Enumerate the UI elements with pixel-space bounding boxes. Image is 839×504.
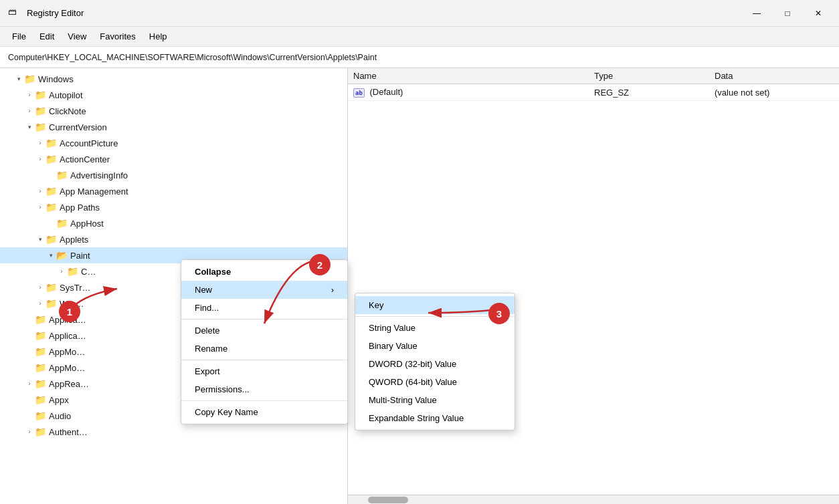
- sub-string-value[interactable]: String Value: [355, 319, 515, 337]
- close-button[interactable]: ✕: [803, 0, 834, 27]
- app-title: Registry Editor: [27, 8, 84, 18]
- window-controls: — □ ✕: [741, 0, 834, 27]
- folder-icon-applets: 📁: [45, 234, 57, 245]
- folder-icon-apprea: 📁: [35, 378, 46, 389]
- tree-item-accountpicture[interactable]: › 📁 AccountPicture: [0, 135, 347, 151]
- menu-favorites[interactable]: Favorites: [93, 29, 142, 44]
- reg-type: REG_SZ: [589, 84, 709, 101]
- folder-icon-appmanagement: 📁: [45, 186, 57, 197]
- main-content: ▾ 📁 Windows › 📁 Autopilot › 📁 ClickNote: [0, 68, 839, 504]
- label-appmanagement: App Management: [60, 186, 128, 197]
- chevron-applets: ▾: [35, 236, 45, 243]
- folder-icon-paint: 📂: [56, 250, 68, 261]
- tree-item-autopilot[interactable]: › 📁 Autopilot: [0, 87, 347, 103]
- label-advertisinginfo: AdvertisingInfo: [70, 170, 128, 180]
- ctx-delete[interactable]: Delete: [181, 322, 347, 340]
- reg-name: ab (Default): [348, 84, 589, 101]
- badge-2: 2: [309, 254, 331, 275]
- ctx-sep1: [181, 319, 347, 320]
- address-bar: Computer\HKEY_LOCAL_MACHINE\SOFTWARE\Mic…: [0, 47, 839, 68]
- col-type: Type: [589, 68, 709, 84]
- folder-icon-apppaths: 📁: [45, 202, 57, 213]
- sub-binary-value[interactable]: Binary Value: [355, 337, 515, 355]
- folder-icon-currentversion: 📁: [35, 122, 46, 132]
- chevron-c: ›: [56, 268, 67, 275]
- scrollbar-thumb[interactable]: [368, 497, 408, 503]
- chevron-wor: ›: [35, 300, 45, 307]
- chevron-apprea: ›: [24, 380, 35, 387]
- label-apppaths: App Paths: [60, 203, 100, 213]
- chevron-actioncenter: ›: [35, 156, 45, 162]
- sub-expandable-string-value[interactable]: Expandable String Value: [355, 409, 515, 427]
- folder-icon-autopilot: 📁: [35, 90, 46, 100]
- ctx-copy-key-name[interactable]: Copy Key Name: [181, 403, 347, 421]
- context-menu: Collapse New › Find... Delete Rename Exp…: [181, 259, 348, 424]
- label-autopilot: Autopilot: [49, 90, 83, 100]
- sub-qword-value[interactable]: QWORD (64-bit) Value: [355, 373, 515, 391]
- label-appmo1: AppMo…: [49, 347, 85, 357]
- chevron-accountpicture: ›: [35, 140, 45, 146]
- chevron-clicknote: ›: [24, 108, 35, 114]
- folder-icon-applica1: 📁: [35, 314, 46, 325]
- ctx-new[interactable]: New ›: [181, 281, 347, 299]
- label-actioncenter: ActionCenter: [60, 154, 110, 164]
- tree-item-actioncenter[interactable]: › 📁 ActionCenter: [0, 151, 347, 167]
- ctx-rename[interactable]: Rename: [181, 340, 347, 358]
- tree-item-clicknote[interactable]: › 📁 ClickNote: [0, 103, 347, 119]
- table-row[interactable]: ab (Default) REG_SZ (value not set): [348, 84, 839, 101]
- tree-item-authent[interactable]: › 📁 Authent…: [0, 424, 347, 440]
- folder-icon-advertisinginfo: 📁: [56, 170, 68, 180]
- horizontal-scrollbar[interactable]: [348, 495, 839, 504]
- label-apphost: AppHost: [70, 219, 104, 229]
- chevron-autopilot: ›: [24, 92, 35, 98]
- label-currentversion: CurrentVersion: [49, 122, 107, 132]
- chevron-currentversion: ▾: [24, 124, 35, 130]
- tree-item-apphost[interactable]: 📁 AppHost: [0, 215, 347, 231]
- tree-item-advertisinginfo[interactable]: 📁 AdvertisingInfo: [0, 167, 347, 183]
- chevron-paint: ▾: [45, 252, 56, 259]
- tree-item-currentversion[interactable]: ▾ 📁 CurrentVersion: [0, 119, 347, 135]
- label-windows: Windows: [38, 74, 74, 84]
- reg-type-icon: ab: [353, 88, 365, 98]
- label-clicknote: ClickNote: [49, 106, 86, 116]
- label-c: C…: [81, 267, 96, 277]
- folder-icon-c: 📁: [67, 266, 78, 277]
- ctx-permissions[interactable]: Permissions...: [181, 380, 347, 398]
- ctx-export[interactable]: Export: [181, 362, 347, 380]
- chevron-apppaths: ›: [35, 204, 45, 211]
- chevron-systr: ›: [35, 284, 45, 291]
- label-applica2: Applica…: [49, 331, 86, 341]
- folder-icon-applica2: 📁: [35, 330, 46, 341]
- label-systr: SysTr…: [60, 283, 90, 293]
- folder-icon-audio: 📁: [35, 410, 46, 421]
- menu-edit[interactable]: Edit: [33, 29, 61, 44]
- ctx-sep3: [181, 400, 347, 401]
- sub-multi-string-value[interactable]: Multi-String Value: [355, 391, 515, 409]
- menu-file[interactable]: File: [5, 29, 33, 44]
- submenu-arrow-icon: ›: [331, 285, 334, 295]
- tree-item-appmanagement[interactable]: › 📁 App Management: [0, 183, 347, 199]
- menu-help[interactable]: Help: [143, 29, 174, 44]
- menu-view[interactable]: View: [61, 29, 93, 44]
- folder-icon-authent: 📁: [35, 426, 46, 437]
- app-icon: 🗃: [8, 7, 21, 20]
- folder-icon-appx: 📁: [35, 394, 46, 405]
- title-bar: 🗃 Registry Editor — □ ✕: [0, 0, 839, 27]
- label-applets: Applets: [60, 235, 88, 245]
- minimize-button[interactable]: —: [741, 0, 772, 27]
- tree-item-windows[interactable]: ▾ 📁 Windows: [0, 71, 347, 87]
- folder-icon-apphost: 📁: [56, 218, 68, 229]
- label-authent: Authent…: [49, 427, 88, 437]
- tree-item-applets[interactable]: ▾ 📁 Applets: [0, 231, 347, 247]
- sub-dword-value[interactable]: DWORD (32-bit) Value: [355, 355, 515, 373]
- label-appx: Appx: [49, 395, 69, 405]
- label-accountpicture: AccountPicture: [60, 138, 118, 148]
- registry-table: Name Type Data ab (Default) REG_SZ (valu…: [348, 68, 839, 101]
- col-data: Data: [709, 68, 839, 84]
- maximize-button[interactable]: □: [772, 0, 803, 27]
- label-apprea: AppRea…: [49, 379, 89, 389]
- tree-item-apppaths[interactable]: › 📁 App Paths: [0, 199, 347, 215]
- ctx-find[interactable]: Find...: [181, 299, 347, 317]
- address-path: Computer\HKEY_LOCAL_MACHINE\SOFTWARE\Mic…: [8, 53, 377, 62]
- folder-icon-actioncenter: 📁: [45, 154, 57, 164]
